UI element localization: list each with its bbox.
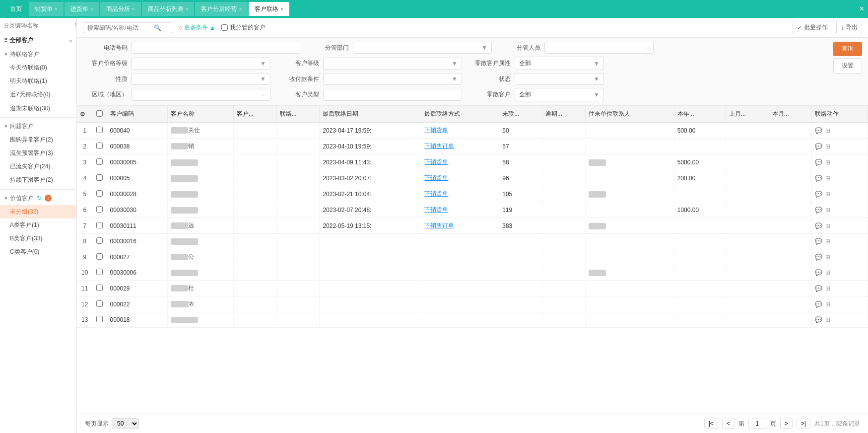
group-problem-customers[interactable]: ▼ 问题客户	[0, 120, 76, 133]
td-check[interactable]	[93, 265, 107, 281]
tab-customer-layer[interactable]: 客户分层经营 ×	[195, 2, 248, 16]
tab-customer-contact[interactable]: 客户联络 ×	[249, 2, 289, 16]
row-checkbox[interactable]	[96, 158, 103, 165]
tab-purchase[interactable]: 进货单 ×	[65, 2, 99, 16]
group-value-customers[interactable]: ▼ 价值客户 ↻ !	[0, 192, 76, 205]
row-checkbox[interactable]	[96, 316, 103, 322]
chat-icon[interactable]: 💬	[815, 285, 822, 292]
grid-action-icon[interactable]: ⊞	[825, 316, 830, 323]
customer-type-input[interactable]	[323, 89, 462, 101]
sidebar-item-typeC[interactable]: C类客户(6)	[0, 245, 76, 259]
chat-icon[interactable]: 💬	[815, 207, 822, 214]
close-icon[interactable]: ×	[239, 6, 242, 12]
sidebar-item-hoarding[interactable]: 囤购异常客户(2)	[0, 133, 76, 146]
td-last-method[interactable]: 下销售订单	[421, 218, 499, 234]
export-button[interactable]: ↓ 导出	[836, 21, 862, 34]
grid-action-icon[interactable]: ⊞	[825, 301, 830, 308]
retail-attr-select[interactable]: 全部▼	[515, 57, 604, 70]
td-check[interactable]	[93, 170, 107, 186]
page-size-select[interactable]: 50 100 200	[112, 418, 139, 429]
close-icon[interactable]: ×	[280, 6, 283, 12]
row-checkbox[interactable]	[96, 300, 103, 307]
td-check[interactable]	[93, 249, 107, 265]
sidebar-item-lost[interactable]: 已流失客户(24)	[0, 160, 76, 173]
row-checkbox[interactable]	[96, 206, 103, 213]
payment-select[interactable]: ▼	[323, 73, 462, 85]
chat-icon[interactable]: 💬	[815, 238, 822, 245]
sidebar-item-typeA[interactable]: A类客户(1)	[0, 218, 76, 232]
td-last-method[interactable]: 下销货单	[421, 170, 499, 186]
sidebar-item-churn[interactable]: 流失预警客户(3)	[0, 146, 76, 160]
grid-action-icon[interactable]: ⊞	[825, 159, 830, 166]
chat-icon[interactable]: 💬	[815, 191, 822, 198]
collapse-button[interactable]: «	[69, 37, 72, 44]
grid-action-icon[interactable]: ⊞	[825, 207, 830, 214]
search-icon[interactable]: 🔍	[154, 24, 161, 31]
th-type[interactable]: 客户...	[233, 106, 276, 123]
td-last-method[interactable]	[421, 265, 499, 281]
sidebar-item-typeB[interactable]: B类客户(33)	[0, 232, 76, 245]
grid-action-icon[interactable]: ⊞	[825, 127, 830, 134]
my-customers-checkbox[interactable]: 我分管的客户	[221, 23, 266, 32]
sidebar-item-ungrouped[interactable]: 未分组(32)	[0, 205, 76, 218]
dots-icon[interactable]: ···	[644, 44, 649, 51]
td-last-method[interactable]: 下销货单	[421, 186, 499, 202]
next-page-button[interactable]: >	[780, 419, 793, 429]
nature-select[interactable]: ▼	[132, 73, 270, 85]
reset-button[interactable]: 设置	[833, 58, 862, 73]
td-last-method[interactable]	[421, 296, 499, 312]
sidebar-item-declining[interactable]: 持续下滑客户(2)	[0, 173, 76, 187]
th-check[interactable]	[93, 106, 107, 123]
sidebar-item-overdue[interactable]: 逾期未联络(30)	[0, 102, 76, 115]
search-input[interactable]	[87, 24, 152, 31]
select-all-checkbox[interactable]	[96, 110, 103, 117]
sidebar-search-input[interactable]	[4, 22, 72, 28]
row-checkbox[interactable]	[96, 127, 103, 133]
chat-icon[interactable]: 💬	[815, 143, 822, 150]
td-last-method[interactable]: 下销货单	[421, 123, 499, 139]
th-last-date[interactable]: 最后联络日期	[320, 106, 421, 123]
close-all-button[interactable]: ×	[860, 4, 864, 13]
row-checkbox[interactable]	[96, 190, 103, 197]
th-last-month[interactable]: 上月...	[726, 106, 769, 123]
my-customers-check[interactable]	[221, 24, 228, 31]
td-check[interactable]	[93, 296, 107, 312]
td-last-method[interactable]: 下销货单	[421, 154, 499, 170]
all-customers-header[interactable]: ⠿ 全部客户 «	[0, 33, 76, 48]
grid-action-icon[interactable]: ⊞	[825, 269, 830, 276]
refresh-icon[interactable]: ↻	[37, 195, 42, 202]
customer-level-select[interactable]: ▼	[323, 58, 462, 70]
td-check[interactable]	[93, 139, 107, 154]
grid-action-icon[interactable]: ⊞	[825, 254, 830, 261]
td-last-method[interactable]: 下销货单	[421, 202, 499, 218]
first-page-button[interactable]: |<	[704, 419, 718, 429]
chat-icon[interactable]: 💬	[815, 127, 822, 134]
th-not-contacted[interactable]: 未联...	[499, 106, 542, 123]
th-code[interactable]: 客户编码	[107, 106, 168, 123]
retail-customer-select[interactable]: 全部▼	[515, 88, 604, 101]
sidebar-item-tomorrow[interactable]: 明天待联络(1)	[0, 74, 76, 88]
prev-page-button[interactable]: <	[722, 419, 734, 429]
query-button[interactable]: 查询	[833, 42, 862, 56]
th-contact-person[interactable]: 往来单位联系人	[585, 106, 674, 123]
chat-icon[interactable]: 💬	[815, 222, 822, 229]
batch-op-button[interactable]: ✓ 批量操作	[793, 21, 832, 34]
page-number-input[interactable]	[748, 419, 766, 429]
grid-action-icon[interactable]: ⊞	[825, 143, 830, 150]
close-icon[interactable]: ×	[186, 6, 189, 12]
tab-home[interactable]: 首页	[4, 2, 28, 16]
td-check[interactable]	[93, 186, 107, 202]
region-select[interactable]: ···	[132, 89, 270, 101]
phone-input[interactable]	[132, 42, 300, 54]
row-checkbox[interactable]	[96, 285, 103, 291]
td-last-method[interactable]	[421, 234, 499, 249]
td-check[interactable]	[93, 312, 107, 328]
th-this-year[interactable]: 本年...	[674, 106, 726, 123]
th-overdue[interactable]: 逾期...	[542, 106, 586, 123]
th-contact[interactable]: 联络...	[276, 106, 320, 123]
close-icon[interactable]: ×	[55, 6, 58, 12]
sidebar-item-week[interactable]: 近7天待联络(0)	[0, 88, 76, 101]
td-check[interactable]	[93, 234, 107, 249]
td-check[interactable]	[93, 218, 107, 234]
row-checkbox[interactable]	[96, 269, 103, 275]
